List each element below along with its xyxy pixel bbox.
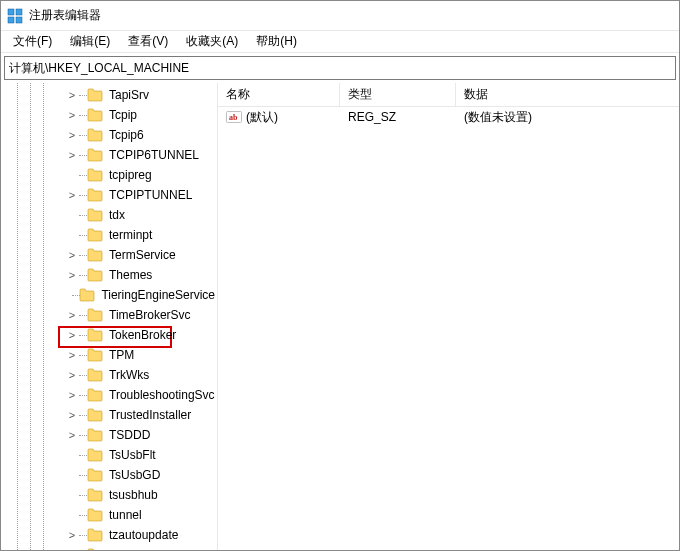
folder-icon (87, 147, 103, 163)
tree-pane[interactable]: >TapiSrv>Tcpip>Tcpip6>TCPIP6TUNNEL>tcpip… (1, 83, 218, 550)
folder-icon (87, 267, 103, 283)
tree-item-label: TSDDD (107, 427, 152, 443)
chevron-right-icon[interactable]: > (65, 549, 79, 550)
svg-rect-0 (8, 9, 14, 15)
tree-item-label: tdx (107, 207, 127, 223)
chevron-right-icon[interactable]: > (65, 269, 79, 281)
tree-item-label: Tcpip (107, 107, 139, 123)
tree-item-label: TieringEngineService (99, 287, 217, 303)
folder-icon (87, 427, 103, 443)
tree-item[interactable]: >tdx (5, 205, 217, 225)
tree-item[interactable]: >TCPIPTUNNEL (5, 185, 217, 205)
folder-icon (87, 127, 103, 143)
tree-item[interactable]: >tcpipreg (5, 165, 217, 185)
folder-icon (87, 507, 103, 523)
chevron-right-icon[interactable]: > (65, 109, 79, 121)
tree-item[interactable]: >Themes (5, 265, 217, 285)
svg-text:ab: ab (229, 113, 238, 122)
chevron-right-icon[interactable]: > (65, 89, 79, 101)
tree-item-label: TroubleshootingSvc (107, 387, 217, 403)
menu-file[interactable]: 文件(F) (5, 31, 60, 52)
menu-view[interactable]: 查看(V) (120, 31, 176, 52)
workspace: >TapiSrv>Tcpip>Tcpip6>TCPIP6TUNNEL>tcpip… (1, 83, 679, 550)
chevron-right-icon[interactable]: > (65, 329, 79, 341)
tree-item[interactable]: >TrkWks (5, 365, 217, 385)
menubar: 文件(F) 编辑(E) 查看(V) 收藏夹(A) 帮助(H) (1, 31, 679, 53)
chevron-right-icon[interactable]: > (65, 369, 79, 381)
tree-item[interactable]: >TroubleshootingSvc (5, 385, 217, 405)
svg-rect-2 (8, 17, 14, 23)
chevron-right-icon[interactable]: > (65, 389, 79, 401)
folder-icon (87, 167, 103, 183)
tree-item[interactable]: >Tcpip6 (5, 125, 217, 145)
folder-icon (87, 207, 103, 223)
titlebar: 注册表编辑器 (1, 1, 679, 31)
regedit-app-icon (7, 8, 23, 24)
tree-item[interactable]: >UASPStor (5, 545, 217, 550)
tree-item-label: TCPIPTUNNEL (107, 187, 194, 203)
chevron-right-icon[interactable]: > (65, 129, 79, 141)
column-header-type[interactable]: 类型 (340, 83, 456, 106)
folder-icon (87, 367, 103, 383)
tree-item[interactable]: >tsusbhub (5, 485, 217, 505)
tree-item[interactable]: >TieringEngineService (5, 285, 217, 305)
tree-item[interactable]: >TSDDD (5, 425, 217, 445)
tree-item-label: terminpt (107, 227, 154, 243)
tree-item-label: TCPIP6TUNNEL (107, 147, 201, 163)
list-pane[interactable]: 名称 类型 数据 ab(默认)REG_SZ(数值未设置) (218, 83, 679, 550)
chevron-right-icon[interactable]: > (65, 149, 79, 161)
folder-icon (87, 467, 103, 483)
tree-item-label: TimeBrokerSvc (107, 307, 193, 323)
folder-icon (87, 347, 103, 363)
tree-item-label: TermService (107, 247, 178, 263)
chevron-right-icon[interactable]: > (65, 249, 79, 261)
tree-item[interactable]: >TsUsbGD (5, 465, 217, 485)
chevron-right-icon[interactable]: > (65, 349, 79, 361)
menu-edit[interactable]: 编辑(E) (62, 31, 118, 52)
column-header-name[interactable]: 名称 (218, 83, 340, 106)
tree-item[interactable]: >TimeBrokerSvc (5, 305, 217, 325)
folder-icon (87, 547, 103, 550)
chevron-right-icon[interactable]: > (65, 409, 79, 421)
tree-item[interactable]: >TermService (5, 245, 217, 265)
list-row[interactable]: ab(默认)REG_SZ(数值未设置) (218, 107, 679, 127)
folder-icon (87, 107, 103, 123)
chevron-right-icon[interactable]: > (65, 189, 79, 201)
tree-item[interactable]: >TsUsbFlt (5, 445, 217, 465)
folder-icon (87, 227, 103, 243)
tree-item[interactable]: >tunnel (5, 505, 217, 525)
folder-icon (87, 387, 103, 403)
tree-item-label: Themes (107, 267, 154, 283)
folder-icon (87, 307, 103, 323)
tree-item-label: TsUsbFlt (107, 447, 158, 463)
tree-item-label: TokenBroker (107, 327, 178, 343)
tree-item-label: TsUsbGD (107, 467, 162, 483)
folder-icon (87, 407, 103, 423)
tree-item[interactable]: >TrustedInstaller (5, 405, 217, 425)
tree-item[interactable]: >TapiSrv (5, 85, 217, 105)
folder-icon (87, 487, 103, 503)
tree-item[interactable]: >TokenBroker (5, 325, 217, 345)
chevron-right-icon[interactable]: > (65, 309, 79, 321)
tree-item[interactable]: >TPM (5, 345, 217, 365)
column-header-data[interactable]: 数据 (456, 83, 679, 106)
address-bar[interactable]: 计算机\HKEY_LOCAL_MACHINE (4, 56, 676, 80)
string-value-icon: ab (226, 110, 242, 124)
tree-item[interactable]: >tzautoupdate (5, 525, 217, 545)
value-name: (默认) (246, 109, 278, 126)
menu-favorites[interactable]: 收藏夹(A) (178, 31, 246, 52)
menu-help[interactable]: 帮助(H) (248, 31, 305, 52)
tree-item-label: TrkWks (107, 367, 151, 383)
tree-item-label: TPM (107, 347, 136, 363)
chevron-right-icon[interactable]: > (65, 529, 79, 541)
folder-icon (87, 447, 103, 463)
folder-icon (87, 527, 103, 543)
folder-icon (87, 87, 103, 103)
folder-icon (87, 327, 103, 343)
tree-item-label: tunnel (107, 507, 144, 523)
tree-item[interactable]: >TCPIP6TUNNEL (5, 145, 217, 165)
tree-item[interactable]: >Tcpip (5, 105, 217, 125)
chevron-right-icon[interactable]: > (65, 429, 79, 441)
tree-item[interactable]: >terminpt (5, 225, 217, 245)
tree-item-label: tcpipreg (107, 167, 154, 183)
